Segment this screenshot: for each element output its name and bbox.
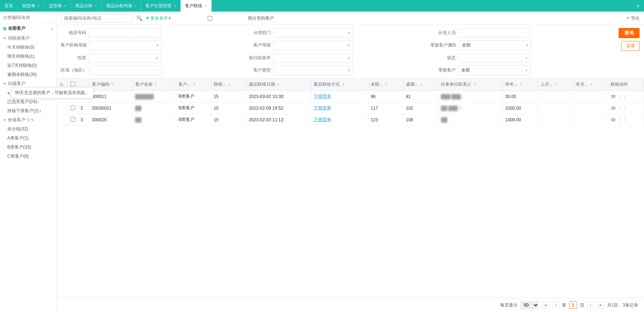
nature-select[interactable]: ▾: [88, 53, 161, 62]
sidebar-item-a-class[interactable]: A类客户(1): [0, 134, 56, 143]
sidebar-item-tomorrow[interactable]: 明天待联络(1): [0, 52, 56, 61]
col-last-month[interactable]: 上月... ⇅: [538, 78, 573, 91]
filter-nature: 性质 ▾: [61, 53, 238, 62]
tab-analysis[interactable]: 商品分析 ×: [71, 0, 102, 12]
action-more-icon[interactable]: ⋮⋮: [618, 117, 627, 122]
first-page-btn[interactable]: «: [542, 301, 550, 309]
prev-page-btn[interactable]: ‹: [552, 301, 559, 309]
tab-purchase[interactable]: 进货单 ×: [44, 0, 71, 12]
per-page-select[interactable]: 50 10 20 100: [520, 301, 539, 309]
row-overdue: 102: [403, 102, 439, 114]
col-uncontacted[interactable]: 未联... ⇅: [369, 78, 404, 91]
col-this-year[interactable]: 本年... ⇅: [503, 78, 538, 91]
sidebar-item-overdue[interactable]: 逾期未联络(30): [0, 70, 56, 79]
sidebar-all-customers[interactable]: ⊞ 全部客户 «: [0, 23, 56, 34]
search-button[interactable]: 🔍: [136, 15, 142, 21]
col-code[interactable]: 客户编码 ⇅: [90, 78, 133, 91]
retail-attr-select[interactable]: 全部 ▾: [459, 40, 531, 50]
action-more-icon[interactable]: ⋮⋮: [618, 94, 627, 99]
row-checkbox[interactable]: [67, 114, 78, 126]
col-this-month[interactable]: 本月... ⇅: [573, 78, 608, 91]
my-customers-check[interactable]: [174, 16, 246, 21]
row-check-2[interactable]: [71, 117, 75, 122]
customer-level-select[interactable]: ▾: [273, 41, 353, 50]
row-checkbox[interactable]: [67, 102, 78, 114]
col-last-way[interactable]: 最后联络方式 ⇅: [311, 78, 369, 91]
status-select[interactable]: ▾: [458, 53, 531, 62]
sidebar-item-c-class[interactable]: C类客户(6): [0, 152, 56, 161]
total-label: 共1页，3条记录: [607, 302, 638, 308]
tab-customer-tier[interactable]: 客户分层经营 ×: [141, 0, 181, 12]
my-customers-checkbox[interactable]: 我分管的客户: [174, 15, 274, 21]
manager-input[interactable]: ···: [458, 28, 531, 37]
col-last-date[interactable]: 最后联络日期 ⇅: [246, 78, 311, 91]
edit-icon[interactable]: ✎: [31, 118, 34, 122]
setting-button[interactable]: 设置: [621, 41, 640, 51]
sidebar-item-unclassified[interactable]: 未分组(32): [0, 125, 56, 134]
col-name[interactable]: 客户名称 ⇅: [133, 78, 176, 91]
dept-select[interactable]: ▾: [273, 28, 353, 37]
close-analysis-tab[interactable]: ×: [95, 4, 97, 8]
close-sales-tab[interactable]: ×: [37, 4, 40, 8]
sidebar-item-b-class[interactable]: B类客户(33): [0, 143, 56, 152]
close-customer-contact-tab[interactable]: ×: [205, 4, 207, 8]
row-last-date: 2023-02-03 11:12:: [246, 114, 311, 126]
customer-table: ⚙ 客户编码 ⇅ 客户名称 ⇅: [56, 78, 644, 126]
close-analysis-list-tab[interactable]: ×: [134, 4, 137, 8]
row-check-1[interactable]: [71, 105, 75, 110]
tab-analysis-list[interactable]: 商品分析列表 ×: [102, 0, 141, 12]
sort-last-date: ⇅: [277, 82, 280, 86]
row-last-way[interactable]: 下销货单: [311, 102, 369, 114]
export-button[interactable]: ↗ 导出: [626, 15, 640, 21]
row-last-way[interactable]: 下销货单: [311, 114, 369, 126]
sidebar-group-pending[interactable]: ▼ 待联络客户: [0, 34, 56, 43]
phone-input[interactable]: [88, 28, 161, 37]
info-icon-churned: ℹ: [37, 100, 39, 104]
col-unit-contact[interactable]: 往来单位联系人 ⇅: [439, 78, 503, 91]
sort-type: ⇅: [193, 82, 196, 86]
close-all-tabs[interactable]: ×: [632, 3, 644, 9]
last-page-btn[interactable]: »: [597, 301, 604, 309]
close-customer-tier-tab[interactable]: ×: [174, 4, 176, 8]
col-overdue[interactable]: 逾期... ⇅: [403, 78, 439, 91]
tab-customer-contact[interactable]: 客户联络 ×: [181, 0, 212, 12]
select-all-checkbox[interactable]: [71, 82, 75, 86]
tab-home[interactable]: 首页: [0, 0, 18, 12]
close-purchase-tab[interactable]: ×: [64, 4, 66, 8]
sort-last-month: ⇅: [555, 82, 558, 86]
sidebar-item-today[interactable]: 今天待联络(0): [0, 43, 56, 52]
price-level-select[interactable]: ▾: [89, 41, 162, 50]
action-more-icon[interactable]: ⋮⋮: [618, 106, 627, 111]
row-type: B类客户: [176, 91, 212, 102]
search-input[interactable]: [61, 14, 133, 23]
action-contact-icon[interactable]: ☎: [611, 94, 616, 99]
more-conditions-toggle[interactable]: ▼ 更多条件 ▾: [145, 15, 171, 21]
sidebar-item-7days[interactable]: 近7天待联络(0): [0, 61, 56, 70]
next-page-btn[interactable]: ›: [587, 301, 594, 309]
sidebar-item-churned[interactable]: 已流失客户(24) ℹ: [0, 97, 56, 106]
tab-sales[interactable]: 销货单 ×: [18, 0, 44, 12]
sidebar-group-value[interactable]: ▼ 价值客户 ↻ ✎: [0, 116, 56, 125]
refresh-icon[interactable]: ↻: [27, 118, 30, 122]
col-contact[interactable]: 联络... ⇅: [211, 78, 246, 91]
row-last-way[interactable]: 下销货单: [311, 91, 369, 102]
region-select[interactable]: ···: [89, 66, 162, 75]
row-contact: 15: [211, 114, 246, 126]
filter-row-3: 性质 ▾ 收付款条件 ▾: [61, 53, 608, 62]
row-uncontacted: 117: [369, 102, 404, 114]
filter-row-2: 客户价格等级 ▾ 客户等级 ▾: [61, 40, 608, 50]
filter-dept: 分管部门 ▾: [245, 28, 423, 37]
row-type: B类客户: [176, 102, 212, 114]
col-type[interactable]: 客户... ⇅: [176, 78, 212, 91]
sidebar-search-input[interactable]: [3, 15, 56, 20]
action-contact-icon[interactable]: ☎: [611, 117, 616, 122]
query-button[interactable]: 查询: [619, 28, 640, 38]
customer-level-arrow: ▾: [348, 43, 350, 47]
row-contact: 15: [211, 91, 246, 102]
payment-select[interactable]: ▾: [273, 53, 353, 62]
action-contact-icon[interactable]: ☎: [611, 106, 616, 111]
customer-type-select[interactable]: ▾: [273, 66, 353, 75]
active-indicator: ●: [7, 90, 10, 96]
retail-select[interactable]: 全部 ▾: [458, 65, 531, 75]
sidebar-item-declining[interactable]: 持续下滑客户(2) ℹ: [0, 106, 56, 116]
